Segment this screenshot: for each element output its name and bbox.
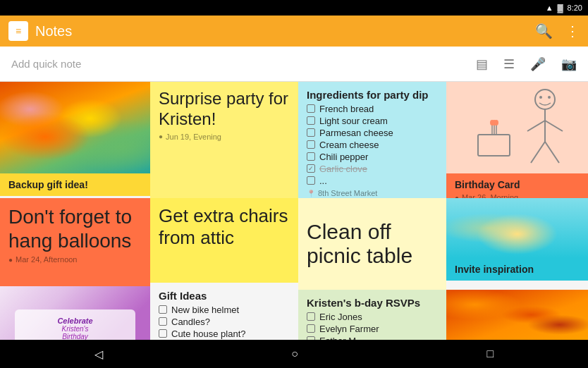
celebrate-note[interactable]: Celebrate Kristen's Birthday	[0, 286, 150, 340]
ingredients-store: 📍 8th Street Market	[307, 189, 438, 197]
ing-item-3: Cream cheese	[307, 140, 438, 150]
battery-icon: ▓	[558, 4, 563, 12]
flower-photo	[446, 198, 588, 258]
list-icon[interactable]: ▤	[476, 56, 488, 72]
rsvp-note[interactable]: Kristen's b-day RSVPs Eric Jones Evelyn …	[298, 290, 446, 340]
surprise-text: Surprise party for Kristen!	[159, 89, 290, 130]
clean-off-text: Clean off picnic table	[307, 220, 438, 269]
checklist-icon[interactable]: ☰	[503, 56, 515, 72]
svg-point-0	[535, 90, 555, 109]
svg-line-3	[545, 121, 563, 131]
more-icon[interactable]: ⋮	[565, 23, 580, 39]
dont-forget-text: Don't forget to hang balloons	[8, 205, 142, 252]
invite-note[interactable]: Invite inspiration	[446, 198, 588, 290]
quick-note-input[interactable]: Add quick note	[11, 58, 467, 70]
ing-item-6: ...	[307, 176, 438, 186]
ing-item-0: French bread	[307, 104, 438, 114]
notes-column-2: Surprise party for Kristen! ● Jun 19, Ev…	[150, 82, 298, 340]
svg-point-13	[539, 96, 542, 99]
quick-note-icons: ▤ ☰ 🎤 📷	[476, 56, 577, 72]
gift-item-2: Cute house plant?	[159, 329, 290, 339]
wifi-icon: ▲	[546, 4, 553, 12]
gift-item-1: Candles?	[159, 317, 290, 327]
chairs-text: Get extra chairs from attic	[159, 205, 290, 249]
ing-item-1: Light sour cream	[307, 116, 438, 126]
mic-icon[interactable]: 🎤	[530, 56, 546, 72]
rsvp-title: Kristen's b-day RSVPs	[307, 297, 438, 309]
camera-icon[interactable]: 📷	[561, 56, 577, 72]
food-image	[446, 290, 588, 340]
celebrate-image: Celebrate Kristen's Birthday	[0, 286, 150, 340]
rsvp-list: Eric Jones Evelyn Farmer Esther M Hannah…	[307, 312, 438, 340]
svg-rect-6	[478, 135, 510, 156]
birthday-card-note[interactable]: Birthday Card ● Mar 26, Morning	[446, 82, 588, 198]
ing-item-2: Parmesan cheese	[307, 128, 438, 138]
toolbar: ≡ Notes 🔍 ⋮	[0, 16, 588, 47]
flowers-image	[0, 82, 150, 173]
dont-forget-note[interactable]: Don't forget to hang balloons ● Mar 24, …	[0, 198, 150, 286]
home-button[interactable]: ○	[291, 348, 298, 360]
notes-column-1: Backup gift idea! Don't forget to hang b…	[0, 82, 150, 340]
invite-label: Invite inspiration	[446, 258, 588, 281]
flowers-note[interactable]: Backup gift idea!	[0, 82, 150, 198]
birthday-card-label: Birthday Card ● Mar 26, Morning	[446, 173, 588, 198]
quick-note-bar: Add quick note ▤ ☰ 🎤 📷	[0, 47, 588, 82]
app-logo: ≡	[8, 21, 28, 41]
ing-item-4: Chili pepper	[307, 152, 438, 162]
notes-grid: Backup gift idea! Don't forget to hang b…	[0, 82, 588, 340]
gift-item-0: New bike helmet	[159, 305, 290, 315]
clean-off-note[interactable]: Clean off picnic table	[298, 198, 446, 290]
svg-line-4	[531, 142, 545, 163]
dont-forget-date-icon: ●	[8, 256, 13, 264]
ingredients-note[interactable]: Ingredients for party dip French bread L…	[298, 82, 446, 198]
birthday-card-date: ● Mar 26, Morning	[455, 193, 580, 198]
flowers-label: Backup gift idea!	[0, 173, 150, 196]
gift-ideas-list: New bike helmet Candles? Cute house plan…	[159, 305, 290, 340]
search-icon[interactable]: 🔍	[535, 23, 553, 39]
rsvp-item-2: Esther M	[307, 336, 438, 340]
svg-point-14	[548, 96, 551, 99]
bottom-nav: ◁ ○ □	[0, 340, 588, 368]
dont-forget-date: ● Mar 24, Afternoon	[8, 255, 142, 264]
status-bar: ▲ ▓ 8:20	[0, 0, 588, 16]
surprise-date: ● Jun 19, Evening	[159, 133, 290, 141]
recent-apps-button[interactable]: □	[487, 348, 494, 360]
gift-ideas-note[interactable]: Gift Ideas New bike helmet Candles? Cute…	[150, 283, 298, 340]
ingredients-title: Ingredients for party dip	[307, 89, 438, 101]
status-bar-right: ▲ ▓ 8:20	[546, 4, 582, 12]
food-photo-note[interactable]	[446, 290, 588, 340]
clock: 8:20	[568, 4, 582, 12]
svg-line-5	[545, 142, 559, 163]
surprise-party-note[interactable]: Surprise party for Kristen! ● Jun 19, Ev…	[150, 82, 298, 198]
drawing-area	[446, 82, 588, 173]
toolbar-icons: 🔍 ⋮	[535, 23, 580, 39]
svg-line-2	[527, 121, 545, 131]
gift-ideas-title: Gift Ideas	[159, 290, 290, 302]
app-title: Notes	[35, 23, 528, 39]
ingredients-list: French bread Light sour cream Parmesan c…	[307, 104, 438, 186]
rsvp-item-0: Eric Jones	[307, 312, 438, 322]
notes-column-4: Birthday Card ● Mar 26, Morning Invite i…	[446, 82, 588, 340]
svg-point-12	[494, 120, 498, 125]
notes-column-3: Ingredients for party dip French bread L…	[298, 82, 446, 340]
ing-item-5: Garlic clove	[307, 164, 438, 174]
rsvp-item-1: Evelyn Farmer	[307, 324, 438, 334]
back-button[interactable]: ◁	[94, 348, 103, 361]
chairs-note[interactable]: Get extra chairs from attic	[150, 198, 298, 283]
